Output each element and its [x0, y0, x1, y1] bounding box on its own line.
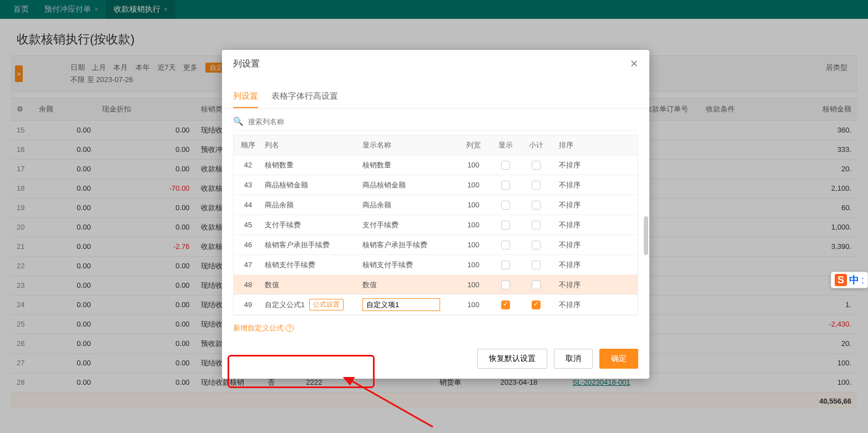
show-checkbox[interactable] [501, 281, 510, 289]
reset-button[interactable]: 恢复默认设置 [477, 349, 547, 369]
help-icon[interactable]: ? [286, 324, 294, 332]
modal-search: 🔍 [233, 116, 638, 130]
subtotal-checkbox[interactable] [532, 300, 541, 309]
show-checkbox[interactable] [501, 181, 510, 190]
show-checkbox[interactable] [501, 300, 510, 309]
cancel-button[interactable]: 取消 [554, 349, 593, 369]
modal-footer: 恢复默认设置 取消 确定 [222, 341, 649, 379]
col-config-row[interactable]: 49自定义公式1公式设置100不排序 [234, 295, 638, 315]
subtotal-checkbox[interactable] [532, 161, 541, 170]
show-checkbox[interactable] [501, 221, 510, 230]
col-config-row[interactable]: 47核销支付手续费核销支付手续费100不排序 [234, 255, 638, 275]
modal-tab-columns[interactable]: 列设置 [233, 86, 258, 108]
col-config-row[interactable]: 45支付手续费支付手续费100不排序 [234, 215, 638, 235]
add-formula-link[interactable]: 新增自定义公式 ? [233, 323, 638, 333]
subtotal-checkbox[interactable] [532, 201, 541, 210]
col-table-header: 顺序 列名 显示名称 列宽 显示 小计 排序 [234, 135, 638, 155]
show-checkbox[interactable] [501, 201, 510, 210]
subtotal-checkbox[interactable] [532, 261, 541, 269]
col-config-row[interactable]: 46核销客户承担手续费核销客户承担手续费100不排序 [234, 235, 638, 255]
modal-tab-font[interactable]: 表格字体行高设置 [271, 86, 338, 108]
column-settings-modal: 列设置 ✕ 列设置 表格字体行高设置 🔍 顺序 列名 显示名称 列宽 显示 小计… [222, 50, 649, 379]
col-config-row[interactable]: 44商品余额商品余额100不排序 [234, 195, 638, 215]
display-name-input[interactable] [362, 298, 440, 311]
col-config-row[interactable]: 48数值数值100不排序 [234, 275, 638, 295]
subtotal-checkbox[interactable] [532, 281, 541, 289]
ime-logo-icon: S [835, 274, 847, 286]
col-config-row[interactable]: 43商品核销金额商品核销金额100不排序 [234, 175, 638, 195]
modal-tabs: 列设置 表格字体行高设置 [222, 86, 649, 109]
search-input[interactable] [248, 118, 638, 126]
ok-button[interactable]: 确定 [599, 349, 638, 369]
close-icon[interactable]: ✕ [630, 58, 638, 70]
scrollbar[interactable] [644, 216, 648, 255]
show-checkbox[interactable] [501, 261, 510, 269]
column-config-table: 顺序 列名 显示名称 列宽 显示 小计 排序 42核销数量核销数量100不排序4… [233, 135, 638, 315]
ime-indicator[interactable]: S 中 : [831, 272, 868, 288]
subtotal-checkbox[interactable] [532, 221, 541, 230]
col-config-row[interactable]: 42核销数量核销数量100不排序 [234, 155, 638, 175]
modal-title: 列设置 [233, 58, 260, 70]
show-checkbox[interactable] [501, 161, 510, 170]
subtotal-checkbox[interactable] [532, 181, 541, 190]
subtotal-checkbox[interactable] [532, 241, 541, 249]
formula-settings-button[interactable]: 公式设置 [309, 299, 344, 310]
show-checkbox[interactable] [501, 241, 510, 249]
search-icon: 🔍 [233, 116, 244, 126]
